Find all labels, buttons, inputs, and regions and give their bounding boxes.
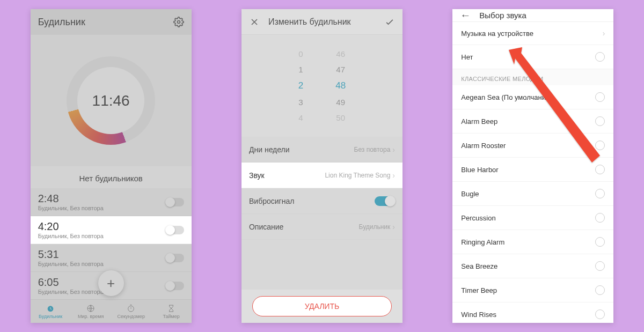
melody-row[interactable]: Bugle — [452, 182, 613, 206]
row-label: Дни недели — [249, 145, 290, 154]
radio-button[interactable] — [595, 213, 605, 223]
tab-alarm[interactable]: Будильник — [31, 300, 71, 323]
alarm-sub: Будильник, Без повтора — [38, 261, 104, 267]
header: Изменить будильник — [241, 9, 402, 35]
melody-label: Percussion — [461, 214, 495, 222]
row-value: Будильник — [359, 223, 391, 231]
page-title: Выбор звука — [479, 11, 526, 20]
radio-button[interactable] — [595, 116, 605, 126]
melody-row[interactable]: Sea Breeze — [452, 254, 613, 278]
minute-column[interactable]: 46 47 48 49 50 — [335, 49, 346, 122]
clock-time: 11:46 — [77, 67, 144, 134]
melody-row[interactable]: Alarm Rooster — [452, 134, 613, 158]
tab-stopwatch[interactable]: Секундомер — [111, 300, 151, 323]
alarm-toggle[interactable] — [166, 198, 184, 206]
radio-button[interactable] — [595, 285, 605, 295]
tab-timer[interactable]: Таймер — [151, 300, 192, 323]
melody-label: Blue Harbor — [461, 166, 498, 174]
picker-item: 47 — [336, 65, 345, 74]
tab-label: Секундомер — [117, 314, 144, 319]
picker-item: 1 — [298, 65, 303, 74]
radio-button[interactable] — [595, 141, 605, 150]
row-label: Музыка на устройстве — [461, 29, 533, 38]
alarm-time: 5:31 — [38, 248, 104, 261]
alarm-icon — [46, 304, 55, 313]
alarm-time: 4:20 — [38, 220, 104, 233]
picker-item: 0 — [298, 49, 303, 58]
page-title: Изменить будильник — [268, 17, 376, 27]
add-alarm-button[interactable]: + — [98, 270, 124, 296]
alarm-toggle[interactable] — [166, 226, 184, 234]
row-music-on-device[interactable]: Музыка на устройстве › — [452, 22, 613, 45]
page-title: Будильник — [38, 17, 85, 28]
melody-row[interactable]: Timer Beep — [452, 278, 613, 303]
alarm-time: 2:48 — [38, 193, 104, 205]
stopwatch-icon — [127, 304, 135, 313]
melody-row[interactable]: Ringing Alarm — [452, 230, 613, 254]
back-icon[interactable]: ← — [460, 9, 471, 21]
radio-button[interactable] — [595, 189, 605, 198]
row-days[interactable]: Дни недели Без повтора› — [241, 137, 402, 163]
alarm-toggle[interactable] — [166, 254, 184, 262]
screen-sound-select: ← Выбор звука Музыка на устройстве › Нет… — [452, 9, 613, 323]
melody-row[interactable]: Percussion — [452, 206, 613, 230]
close-icon[interactable] — [249, 17, 260, 27]
alarm-sub: Будильник, Без повтора — [38, 289, 104, 295]
radio-button[interactable] — [595, 52, 605, 62]
time-picker[interactable]: 0 1 2 3 4 46 47 48 49 50 — [241, 35, 402, 137]
row-none[interactable]: Нет — [452, 45, 613, 69]
radio-button[interactable] — [595, 309, 605, 319]
screen-alarm-list: Будильник 11:46 Нет будильников 2:48 Буд… — [31, 9, 192, 323]
row-sound[interactable]: Звук Lion King Theme Song› — [241, 163, 402, 188]
header: ← Выбор звука — [452, 9, 613, 22]
alarm-toggle[interactable] — [166, 282, 184, 290]
tab-label: Будильник — [39, 314, 62, 319]
alarm-row[interactable]: 2:48 Будильник, Без повтора — [31, 188, 192, 216]
alarm-sub: Будильник, Без повтора — [38, 205, 104, 211]
radio-button[interactable] — [595, 92, 605, 102]
melody-label: Sea Breeze — [461, 262, 497, 270]
clock-area: 11:46 — [31, 35, 192, 166]
header: Будильник — [31, 9, 192, 35]
chevron-right-icon: › — [603, 29, 605, 38]
radio-button[interactable] — [595, 237, 605, 247]
picker-item: 3 — [298, 98, 303, 107]
vibration-toggle[interactable] — [375, 196, 395, 206]
melody-list: Aegean Sea (По умолчанию)Alarm BeepAlarm… — [452, 85, 613, 323]
row-label: Вибросигнал — [249, 197, 294, 205]
picker-item-selected: 2 — [298, 80, 303, 91]
tab-world[interactable]: Мир. время — [71, 300, 111, 323]
melody-label: Wind Rises — [461, 311, 496, 319]
melody-row[interactable]: Aegean Sea (По умолчанию) — [452, 85, 613, 109]
melody-row[interactable]: Alarm Beep — [452, 109, 613, 134]
melody-label: Aegean Sea (По умолчанию) — [461, 93, 553, 101]
chevron-right-icon: › — [392, 223, 395, 231]
tab-label: Таймер — [163, 314, 179, 319]
melody-row[interactable]: Wind Rises — [452, 303, 613, 323]
delete-button[interactable]: УДАЛИТЬ — [252, 296, 392, 316]
melody-row[interactable]: Blue Harbor — [452, 158, 613, 182]
picker-item: 50 — [336, 113, 345, 122]
alarm-row[interactable]: 4:20 Будильник, Без повтора — [31, 216, 192, 244]
alarm-row[interactable]: 5:31 Будильник, Без повтора — [31, 244, 192, 272]
radio-button[interactable] — [595, 165, 605, 174]
alarm-time: 6:05 — [38, 276, 104, 289]
settings-icon[interactable] — [173, 17, 184, 27]
melody-label: Ringing Alarm — [461, 238, 504, 246]
row-label: Звук — [249, 171, 265, 180]
picker-item: 4 — [298, 113, 303, 122]
row-value: Без повтора — [354, 146, 391, 153]
confirm-icon[interactable] — [384, 17, 395, 27]
row-vibration[interactable]: Вибросигнал — [241, 188, 402, 214]
radio-button[interactable] — [595, 261, 605, 271]
picker-item: 46 — [336, 49, 345, 58]
row-label: Описание — [249, 223, 283, 231]
hour-column[interactable]: 0 1 2 3 4 — [298, 49, 303, 122]
no-alarms-label: Нет будильников — [31, 168, 192, 188]
picker-item: 49 — [336, 98, 345, 107]
tab-label: Мир. время — [78, 314, 104, 319]
row-description[interactable]: Описание Будильник› — [241, 214, 402, 240]
section-header: КЛАССИЧЕСКИЕ МЕЛОДИИ — [452, 69, 613, 85]
picker-item-selected: 48 — [335, 80, 346, 91]
melody-label: Alarm Rooster — [461, 142, 506, 150]
